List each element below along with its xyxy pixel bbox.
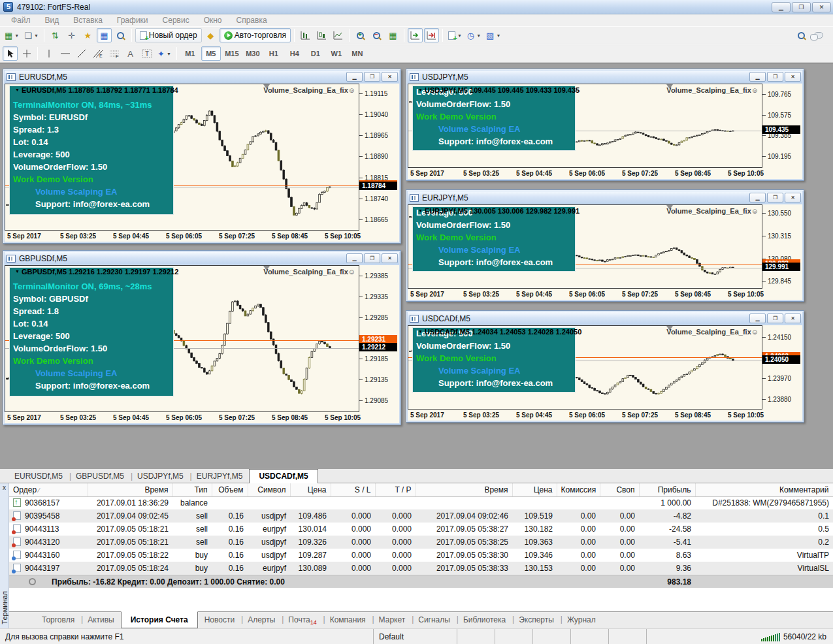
chart-titlebar[interactable]: USDJPYf,M5▁❐✕ <box>408 71 802 83</box>
fibonacci-button[interactable]: F <box>106 46 122 61</box>
chart-close-button[interactable]: ✕ <box>785 314 801 323</box>
tab-новости[interactable]: Новости| <box>198 612 241 628</box>
horizontal-line-button[interactable] <box>57 46 73 61</box>
history-row[interactable]: 903681572017.09.01 18:36:29balance1 000.… <box>9 496 833 509</box>
tab-эксперты[interactable]: Эксперты| <box>512 612 561 628</box>
history-row[interactable]: 904431602017.09.05 05:18:22buy0.16usdjpy… <box>9 549 833 562</box>
column-header-10[interactable]: Комиссия <box>557 483 600 496</box>
history-row[interactable]: 904431972017.09.05 05:18:24buy0.16eurjpy… <box>9 562 833 575</box>
price-scale[interactable]: 1.293851.293351.292851.292351.291851.291… <box>359 265 399 412</box>
chart-tab-usdcadf[interactable]: USDCADf,M5 <box>249 469 318 483</box>
tab-почта[interactable]: Почта14| <box>282 612 323 628</box>
templates-button[interactable]: ▧▼ <box>484 28 502 42</box>
time-axis[interactable]: 5 Sep 20175 Sep 03:255 Sep 04:455 Sep 06… <box>5 231 399 242</box>
strategy-tester-button[interactable] <box>113 28 128 42</box>
timeframe-m1[interactable]: M1 <box>180 46 200 61</box>
timeframe-d1[interactable]: D1 <box>306 46 325 61</box>
column-header-7[interactable]: T / P <box>375 483 416 496</box>
cursor-button[interactable] <box>3 46 18 61</box>
crosshair-button[interactable] <box>19 46 34 61</box>
timeframe-mn[interactable]: MN <box>348 46 367 61</box>
chat-icon[interactable] <box>814 32 823 39</box>
chart-tab-usdjpyf[interactable]: USDJPYf,M5| <box>131 470 190 483</box>
chart-plot[interactable]: Leverage: 500VolumeOrderFlow: 1.50Work D… <box>408 325 762 410</box>
price-scale[interactable]: 1.191151.190401.189651.188901.188151.187… <box>359 84 399 231</box>
chart-titlebar[interactable]: EURUSDf,M5▁❐✕ <box>5 71 399 83</box>
tab-библиотека[interactable]: Библиотека| <box>457 612 512 628</box>
column-header-9[interactable]: Цена <box>512 483 557 496</box>
line-chart-button[interactable] <box>331 28 346 42</box>
column-header-13[interactable]: Комментарий <box>695 483 833 496</box>
chart-tab-gbpusdf[interactable]: GBPUSDf,M5| <box>69 470 131 483</box>
tab-алерты[interactable]: Алерты| <box>241 612 282 628</box>
time-axis[interactable]: 5 Sep 20175 Sep 03:255 Sep 04:455 Sep 06… <box>408 168 802 179</box>
chart-restore-button[interactable]: ❐ <box>767 314 783 323</box>
timeframe-h1[interactable]: H1 <box>264 46 284 61</box>
tab-сигналы[interactable]: Сигналы| <box>412 612 457 628</box>
menu-item-2[interactable]: Вставка <box>66 15 110 25</box>
menu-item-5[interactable]: Окно <box>197 15 229 25</box>
timeframe-m30[interactable]: M30 <box>243 46 263 61</box>
tile-windows-button[interactable]: ▦ <box>385 28 400 42</box>
chart-titlebar[interactable]: USDCADf,M5▁❐✕ <box>408 312 802 325</box>
column-header-3[interactable]: Объем <box>212 483 248 496</box>
menu-item-1[interactable]: Вид <box>38 15 67 25</box>
chart-plot[interactable]: TerminalMonitor ON, 69ms, ~28msSymbol: G… <box>5 265 359 412</box>
tab-активы[interactable]: Активы| <box>81 612 121 628</box>
vertical-line-button[interactable] <box>41 46 56 61</box>
navigator-button[interactable]: ★ <box>80 28 95 42</box>
column-header-6[interactable]: S / L <box>331 483 375 496</box>
time-axis[interactable]: 5 Sep 20175 Sep 03:255 Sep 04:455 Sep 06… <box>408 410 802 421</box>
chart-minimize-button[interactable]: ▁ <box>749 72 766 82</box>
text-button[interactable]: A <box>123 46 138 61</box>
timeframe-w1[interactable]: W1 <box>327 46 346 61</box>
search-icon[interactable] <box>798 32 805 39</box>
restore-button[interactable]: ❐ <box>792 2 811 12</box>
column-header-4[interactable]: Символ <box>248 483 290 496</box>
chart-shift-button[interactable] <box>424 28 439 42</box>
bar-chart-button[interactable] <box>298 28 313 42</box>
column-header-12[interactable]: Прибыль <box>639 483 695 496</box>
zoom-in-button[interactable] <box>353 28 368 42</box>
column-header-8[interactable]: Время <box>416 483 512 496</box>
column-header-0[interactable]: Ордер ∕ <box>9 483 88 496</box>
auto-scroll-button[interactable] <box>408 28 423 42</box>
history-row[interactable]: 903954582017.09.04 09:02:45sell0.16usdjp… <box>9 509 833 523</box>
chart-close-button[interactable]: ✕ <box>382 253 398 263</box>
text-label-button[interactable]: T <box>139 46 154 61</box>
time-axis[interactable]: 5 Sep 20175 Sep 03:255 Sep 04:455 Sep 06… <box>5 412 399 423</box>
arrows-button[interactable]: ✦▼ <box>155 46 173 61</box>
chart-restore-button[interactable]: ❐ <box>364 72 380 82</box>
menu-item-3[interactable]: Графики <box>110 15 155 25</box>
chart-close-button[interactable]: ✕ <box>785 72 801 82</box>
chart-titlebar[interactable]: GBPUSDf,M5▁❐✕ <box>5 252 399 265</box>
dropdown-triangle-icon[interactable]: ▼ <box>418 208 423 213</box>
chart-plot[interactable]: TerminalMonitor ON, 84ms, ~31msSymbol: E… <box>5 84 359 231</box>
terminal-close-icon[interactable]: x <box>3 484 6 492</box>
column-header-5[interactable]: Цена <box>290 483 331 496</box>
column-header-11[interactable]: Своп <box>600 483 639 496</box>
dropdown-triangle-icon[interactable]: ▼ <box>418 329 423 334</box>
metaeditor-button[interactable]: ◆ <box>203 28 218 42</box>
chart-titlebar[interactable]: EURJPYf,M5▁❐✕ <box>408 191 802 204</box>
tab-торговля[interactable]: Торговля| <box>35 612 81 628</box>
chart-plot[interactable]: Leverage: 500VolumeOrderFlow: 1.50Work D… <box>408 204 762 289</box>
chart-tab-eurjpyf[interactable]: EURJPYf,M5| <box>190 470 250 483</box>
price-scale[interactable]: 1.241501.240601.239701.238801.240631.240… <box>762 325 802 410</box>
time-axis[interactable]: 5 Sep 20175 Sep 03:255 Sep 04:455 Sep 06… <box>408 289 802 300</box>
chart-restore-button[interactable]: ❐ <box>767 193 783 202</box>
terminal-toggle-button[interactable]: ▦ <box>97 28 112 42</box>
dropdown-triangle-icon[interactable]: ▼ <box>15 269 20 274</box>
autotrading-button[interactable]: Авто-торговля <box>220 28 291 42</box>
timeframe-h4[interactable]: H4 <box>285 46 304 61</box>
chart-minimize-button[interactable]: ▁ <box>749 314 766 323</box>
history-row[interactable]: 904431132017.09.05 05:18:21sell0.16eurjp… <box>9 523 833 536</box>
close-button[interactable]: ✕ <box>812 2 831 12</box>
minimize-button[interactable]: ▁ <box>772 2 791 12</box>
tab-маркет[interactable]: Маркет| <box>372 612 412 628</box>
dropdown-triangle-icon[interactable]: ▼ <box>15 88 20 92</box>
timeframe-m5[interactable]: M5 <box>201 46 221 61</box>
tab-компания[interactable]: Компания| <box>323 612 372 628</box>
trendline-button[interactable] <box>74 46 89 61</box>
tab-журнал[interactable]: Журнал <box>561 612 602 628</box>
